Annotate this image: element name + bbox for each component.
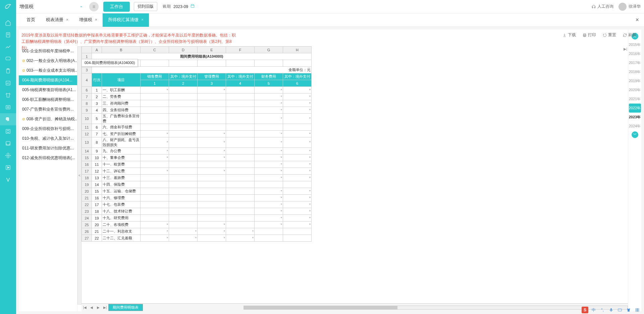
row-number-cell[interactable]: 19 (92, 215, 102, 222)
data-cell[interactable] (198, 161, 226, 168)
form-list-item[interactable]: ⊘003-一般企业成本支出明细... (19, 66, 77, 75)
close-all-tabs-button[interactable]: × (635, 16, 639, 23)
ime-skin-icon[interactable] (625, 307, 632, 313)
nav-inbox-icon[interactable] (0, 137, 16, 149)
user-menu[interactable]: 徐泽华 (619, 3, 641, 11)
row-number-cell[interactable]: 11 (92, 161, 102, 168)
data-cell[interactable]: * (255, 208, 283, 215)
data-cell[interactable] (198, 181, 226, 188)
nav-safe-icon[interactable] (0, 101, 16, 113)
data-cell[interactable] (141, 161, 169, 168)
item-name-cell[interactable]: 三、咨询顾问费 (102, 100, 141, 107)
spreadsheet-grid[interactable]: ABCDEFGH1期间费用明细表(A104000)23金额单位：元4行次项目销售… (82, 46, 628, 303)
form-list-item[interactable]: ⊘008-资产折旧、摊销及纳税... (19, 114, 77, 124)
data-cell[interactable]: * (255, 161, 283, 168)
data-cell[interactable]: * (283, 148, 312, 154)
year-item[interactable]: 2015年 (629, 40, 641, 49)
data-cell[interactable] (141, 114, 169, 124)
item-name-cell[interactable]: 十一、租赁费 (102, 161, 141, 168)
data-cell[interactable]: * (283, 161, 312, 168)
data-cell[interactable]: * (255, 195, 283, 201)
data-cell[interactable] (141, 208, 169, 215)
data-cell[interactable]: * (226, 228, 255, 235)
ime-keyboard-icon[interactable] (616, 307, 623, 313)
nav-v-icon[interactable] (0, 174, 16, 186)
support-button[interactable]: 人工咨询 (591, 4, 613, 9)
nav-transfer-icon[interactable] (0, 125, 16, 137)
data-cell[interactable] (141, 100, 169, 107)
row-number-cell[interactable]: 12 (92, 168, 102, 175)
row-header[interactable]: 3 (82, 67, 92, 73)
data-cell[interactable]: * (255, 100, 283, 107)
data-cell[interactable] (169, 188, 198, 195)
refresh-button[interactable]: 刷新 (623, 32, 636, 38)
data-cell[interactable] (169, 161, 198, 168)
data-cell[interactable] (255, 124, 283, 131)
data-cell[interactable] (198, 201, 226, 208)
data-cell[interactable] (141, 201, 169, 208)
data-cell[interactable] (169, 114, 198, 124)
data-cell[interactable] (198, 215, 226, 222)
row-header[interactable]: 23 (82, 208, 92, 215)
row-number-cell[interactable]: 2 (92, 93, 102, 100)
data-cell[interactable] (169, 154, 198, 161)
row-header[interactable]: 21 (82, 195, 92, 201)
tab-1[interactable]: 税表清册× (41, 13, 74, 27)
data-cell[interactable] (226, 131, 255, 137)
print-button[interactable]: 打印 (583, 32, 596, 38)
data-cell[interactable] (169, 100, 198, 107)
history-button[interactable] (89, 2, 99, 11)
data-cell[interactable]: * (283, 175, 312, 181)
download-button[interactable]: 下载 (562, 32, 576, 38)
ime-punct-button[interactable]: °, (599, 307, 606, 313)
data-cell[interactable] (226, 181, 255, 188)
row-header[interactable]: 15 (82, 154, 92, 161)
tab-close-icon[interactable]: × (141, 17, 144, 22)
row-header[interactable]: 4 (82, 73, 92, 87)
data-cell[interactable] (283, 124, 312, 131)
data-cell[interactable] (198, 188, 226, 195)
data-cell[interactable] (198, 93, 226, 100)
data-cell[interactable] (169, 137, 198, 148)
data-cell[interactable]: * (141, 87, 169, 93)
nav-chart-icon[interactable] (0, 41, 16, 53)
row-number-cell[interactable]: 4 (92, 107, 102, 114)
nav-settings-icon[interactable] (0, 149, 16, 162)
data-cell[interactable] (198, 114, 226, 124)
sheet-tab-active[interactable]: 期间费用明细表 (108, 304, 143, 311)
workbench-button[interactable]: 工作台 (103, 2, 130, 12)
data-cell[interactable] (169, 93, 198, 100)
row-number-cell[interactable]: 21 (92, 228, 102, 235)
tab-close-icon[interactable]: × (95, 17, 97, 22)
reset-button[interactable]: 重置 (603, 32, 616, 38)
form-list-item[interactable]: 012-减免所得税优惠明细表(... (19, 153, 77, 163)
nav-shirt-icon[interactable] (0, 89, 16, 101)
data-cell[interactable] (226, 168, 255, 175)
data-cell[interactable] (198, 195, 226, 201)
form-list-item[interactable]: ⊘002-一般企业收入明细表(A... (19, 56, 77, 66)
row-header[interactable]: 26 (82, 228, 92, 235)
data-cell[interactable] (169, 124, 198, 131)
data-cell[interactable]: * (198, 87, 226, 93)
data-cell[interactable]: * (283, 114, 312, 124)
data-cell[interactable] (255, 228, 283, 235)
tab-2[interactable]: 增值税× (74, 13, 103, 27)
item-name-cell[interactable]: 七、资产折旧摊销费 (102, 131, 141, 137)
year-item[interactable]: 2020年 (629, 85, 641, 95)
data-cell[interactable] (226, 107, 255, 114)
item-name-cell[interactable]: 十八、技术转让费 (102, 208, 141, 215)
data-cell[interactable]: * (283, 93, 312, 100)
data-cell[interactable]: * (141, 235, 169, 242)
nav-play-icon[interactable] (0, 162, 16, 174)
form-list-item[interactable]: 005-纳税调整项目明细表(A1... (19, 85, 77, 95)
year-item[interactable]: 2019年 (629, 76, 641, 85)
row-number-cell[interactable]: 22 (92, 235, 102, 242)
data-cell[interactable] (169, 168, 198, 175)
data-cell[interactable] (255, 235, 283, 242)
item-name-cell[interactable]: 十七、包装费 (102, 201, 141, 208)
data-cell[interactable] (226, 154, 255, 161)
tab-0[interactable]: 首页 (21, 13, 41, 27)
data-cell[interactable] (169, 195, 198, 201)
module-dropdown[interactable]: 增值税 (19, 4, 87, 10)
data-cell[interactable]: * (255, 137, 283, 148)
